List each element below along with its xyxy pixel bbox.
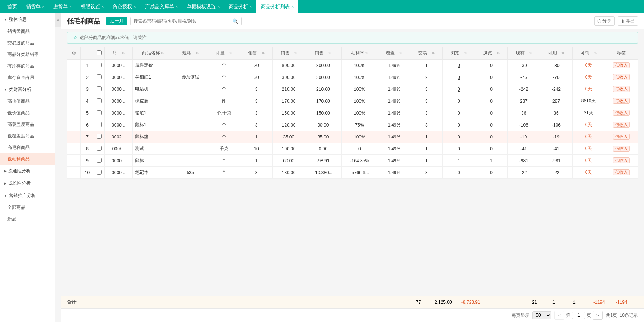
col-available[interactable]: 可用... ⇅ (540, 47, 572, 60)
period-button[interactable]: 近一月 (106, 17, 127, 25)
sidebar-item-stocked-goods[interactable]: 有库存的商品 (0, 60, 55, 72)
sidebar-collapse-button[interactable]: « (55, 13, 61, 27)
page-size-select[interactable]: 50 100 200 (532, 311, 551, 319)
nav-product-analysis-list[interactable]: 商品分析列表 × (256, 0, 298, 13)
check-all-header[interactable] (94, 47, 105, 60)
check-cell[interactable] (94, 167, 105, 179)
settings-icon[interactable]: ⚙ (72, 51, 76, 56)
select-all-checkbox[interactable] (97, 50, 102, 55)
close-icon[interactable]: × (291, 4, 294, 9)
settings-column-header[interactable]: ⚙ (67, 47, 81, 60)
browse1-cell[interactable]: 0 (443, 71, 475, 83)
row-checkbox[interactable] (97, 74, 102, 79)
col-trade[interactable]: 交易... ⇅ (410, 47, 443, 60)
coverage-cell: 1.49% (378, 143, 410, 155)
nav-sales-order[interactable]: 销货单 × (22, 0, 49, 13)
close-icon[interactable]: × (102, 4, 104, 9)
close-icon[interactable]: × (69, 4, 71, 9)
col-stock[interactable]: 现有... ⇅ (507, 47, 540, 60)
browse1-cell[interactable]: 1 (443, 155, 475, 167)
browse1-cell[interactable]: 0 (443, 167, 475, 179)
sidebar-item-low-value[interactable]: 低价值商品 (0, 107, 55, 119)
search-icon[interactable]: 🔍 (232, 18, 238, 24)
browse1-cell[interactable]: 0 (443, 95, 475, 107)
sidebar-item-traded-goods[interactable]: 交易过的商品 (0, 37, 55, 49)
nav-product-inbound[interactable]: 产成品入库单 × (141, 0, 182, 13)
sidebar-item-high-margin[interactable]: 高毛利商品 (0, 142, 55, 153)
sidebar-item-high-value[interactable]: 高价值商品 (0, 96, 55, 107)
unit-cell: 个,千克 (208, 107, 240, 119)
browse1-cell[interactable]: 0 (443, 131, 475, 143)
col-sales-profit[interactable]: 销售... ⇅ (305, 47, 341, 60)
nav-role-auth[interactable]: 角色授权 × (108, 0, 140, 13)
close-icon[interactable]: × (42, 4, 44, 9)
row-checkbox[interactable] (97, 110, 102, 115)
col-name[interactable]: 商品名称 ⇅ (132, 47, 173, 60)
export-button[interactable]: ⬆ 导出 (618, 16, 638, 26)
check-cell[interactable] (94, 107, 105, 119)
nav-template-settings[interactable]: 单据模板设置 × (182, 0, 224, 13)
prev-page-button[interactable]: ＜ (554, 311, 564, 320)
sidebar-item-sales-goods[interactable]: 销售类商品 (0, 26, 55, 37)
col-browse2[interactable]: 浏览... ⇅ (475, 47, 507, 60)
nav-permission-settings[interactable]: 权限设置 × (76, 0, 108, 13)
sidebar-section-marketing[interactable]: ▼ 营销推广分析 (0, 189, 55, 202)
browse1-cell[interactable]: 0 (443, 143, 475, 155)
row-checkbox[interactable] (97, 158, 102, 163)
check-cell[interactable] (94, 143, 105, 155)
check-cell[interactable] (94, 119, 105, 131)
browse1-cell[interactable]: 0 (443, 83, 475, 95)
sidebar-item-all-goods[interactable]: 全部商品 (0, 202, 55, 213)
name-cell: 电话机 (132, 83, 173, 95)
browse1-cell[interactable]: 0 (443, 119, 475, 131)
row-checkbox[interactable] (97, 146, 102, 151)
sidebar-section-wealth[interactable]: ▼ 类财富分析 (0, 83, 55, 96)
page-number-input[interactable] (572, 312, 585, 319)
check-cell[interactable] (94, 60, 105, 71)
col-profit-rate[interactable]: 毛利率 ⇅ (341, 47, 378, 60)
check-cell[interactable] (94, 83, 105, 95)
sidebar-item-inventory-capital[interactable]: 库存资金占用 (0, 72, 55, 83)
share-button[interactable]: ⬡ 分享 (594, 16, 615, 26)
row-checkbox[interactable] (97, 122, 102, 127)
table-row: 7 0002... 鼠标垫 个 1 35.00 35.00 100% 1.49%… (67, 131, 638, 143)
next-page-button[interactable]: ＞ (593, 311, 603, 320)
sidebar-item-category-sales-rate[interactable]: 商品分类助销率 (0, 49, 55, 60)
sidebar-item-high-coverage[interactable]: 高覆盖度商品 (0, 119, 55, 130)
col-salable[interactable]: 可销... ⇅ (573, 47, 605, 60)
sidebar-section-growth[interactable]: ▶ 成长性分析 (0, 177, 55, 189)
sidebar-item-low-coverage[interactable]: 低覆盖度商品 (0, 130, 55, 142)
browse1-cell[interactable]: 0 (443, 60, 475, 71)
sidebar-section-overall[interactable]: ▼ 整体信息 (0, 13, 55, 26)
check-cell[interactable] (94, 131, 105, 143)
close-icon[interactable]: × (217, 4, 220, 9)
sidebar-item-new-goods[interactable]: 新品 (0, 213, 55, 225)
row-checkbox[interactable] (97, 134, 102, 139)
nav-home[interactable]: 首页 (3, 0, 22, 13)
col-code[interactable]: 商... ⇅ (105, 47, 133, 60)
check-cell[interactable] (94, 155, 105, 167)
close-icon[interactable]: × (250, 4, 252, 9)
col-browse1[interactable]: 浏览... ⇅ (443, 47, 475, 60)
row-checkbox[interactable] (97, 170, 102, 175)
close-icon[interactable]: × (176, 4, 178, 9)
seq-cell: 10 (81, 167, 94, 179)
sidebar-item-low-margin[interactable]: 低毛利商品 (0, 153, 55, 165)
col-unit[interactable]: 计量... ⇅ (208, 47, 240, 60)
check-cell[interactable] (94, 71, 105, 83)
browse1-cell[interactable]: 0 (443, 107, 475, 119)
sidebar-section-circulation[interactable]: ▶ 流通性分析 (0, 165, 55, 177)
close-icon[interactable]: × (134, 4, 136, 9)
col-sales-amount[interactable]: 销售... ⇅ (273, 47, 305, 60)
code-cell: 0000... (105, 83, 133, 95)
search-input[interactable] (134, 19, 232, 24)
col-sales-qty[interactable]: 销售... ⇅ (240, 47, 272, 60)
col-spec[interactable]: 规格... ⇅ (173, 47, 208, 60)
row-checkbox[interactable] (97, 63, 102, 67)
row-checkbox[interactable] (97, 98, 102, 103)
check-cell[interactable] (94, 95, 105, 107)
nav-purchase-order[interactable]: 进货单 × (49, 0, 76, 13)
row-checkbox[interactable] (97, 86, 102, 91)
nav-product-analysis[interactable]: 商品分析 × (224, 0, 256, 13)
col-coverage[interactable]: 覆盖... ⇅ (378, 47, 410, 60)
